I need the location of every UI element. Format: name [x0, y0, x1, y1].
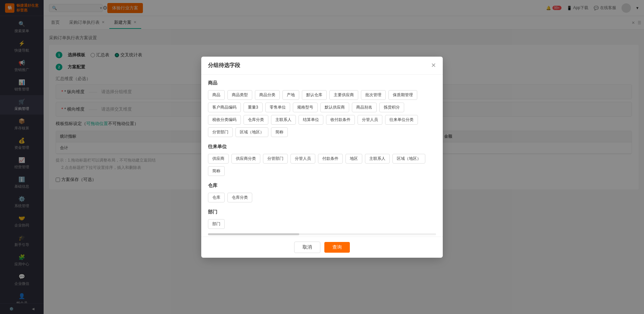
tag-goods-6[interactable]: 批次管理 [361, 90, 386, 100]
tag-goods-21[interactable]: 往来单位分类 [385, 115, 418, 125]
warehouse-tags: 仓库 仓库分类 [208, 193, 436, 202]
section-dept-title: 部门 [208, 209, 436, 215]
tag-partner-1[interactable]: 供应商分类 [231, 154, 260, 164]
partner-tags: 供应商 供应商分类 分管部门 分管人员 付款条件 地区 主联系人 区域（地区） … [208, 154, 436, 176]
tag-goods-22[interactable]: 分管部门 [208, 127, 233, 137]
tag-goods-14[interactable]: 拣货积分 [379, 103, 404, 112]
modal-confirm-button[interactable]: 查询 [324, 242, 350, 253]
modal-horizontal-scrollbar[interactable] [208, 233, 436, 235]
tag-partner-4[interactable]: 付款条件 [318, 154, 343, 164]
tag-goods-18[interactable]: 结算单位 [299, 115, 323, 125]
tag-goods-13[interactable]: 商品别名 [352, 103, 377, 112]
modal-header: 分组待选字段 ✕ [201, 57, 443, 75]
tag-goods-17[interactable]: 主联系人 [271, 115, 296, 125]
tag-goods-11[interactable]: 规格型号 [293, 103, 318, 112]
modal-cancel-button[interactable]: 取消 [294, 242, 320, 253]
tag-partner-8[interactable]: 简称 [208, 166, 225, 176]
tag-goods-15[interactable]: 税收分类编码 [208, 115, 241, 125]
goods-tags: 商品 商品类型 商品分类 产地 默认仓库 主要供应商 批次管理 保质期管理 客户… [208, 90, 436, 137]
modal-title: 分组待选字段 [208, 62, 240, 69]
section-warehouse-title: 仓库 [208, 183, 436, 189]
tag-goods-10[interactable]: 零售单位 [265, 103, 290, 112]
tag-goods-1[interactable]: 商品类型 [227, 90, 252, 100]
tag-goods-20[interactable]: 分管人员 [358, 115, 382, 125]
tag-partner-2[interactable]: 分管部门 [263, 154, 288, 164]
section-dept: 部门 部门 [208, 209, 436, 229]
tag-goods-2[interactable]: 商品分类 [255, 90, 280, 100]
dept-tags: 部门 [208, 219, 436, 229]
modal-footer: 取消 查询 [201, 237, 443, 258]
section-partner: 往来单位 供应商 供应商分类 分管部门 分管人员 付款条件 地区 主联系人 区域… [208, 144, 436, 176]
section-goods-title: 商品 [208, 80, 436, 86]
tag-goods-0[interactable]: 商品 [208, 90, 225, 100]
modal-body[interactable]: 商品 商品 商品类型 商品分类 产地 默认仓库 主要供应商 批次管理 保质期管理… [201, 75, 443, 234]
section-partner-title: 往来单位 [208, 144, 436, 150]
modal-hscroll-thumb [208, 233, 299, 235]
tag-goods-3[interactable]: 产地 [282, 90, 299, 100]
tag-partner-7[interactable]: 区域（地区） [392, 154, 425, 164]
tag-goods-16[interactable]: 仓库分类 [244, 115, 268, 125]
tag-goods-19[interactable]: 收付款条件 [326, 115, 355, 125]
modal-close-button[interactable]: ✕ [431, 62, 436, 68]
tag-goods-8[interactable]: 客户商品编码 [208, 103, 241, 112]
tag-goods-24[interactable]: 简称 [271, 127, 288, 137]
section-goods: 商品 商品 商品类型 商品分类 产地 默认仓库 主要供应商 批次管理 保质期管理… [208, 80, 436, 137]
tag-goods-4[interactable]: 默认仓库 [302, 90, 327, 100]
tag-partner-0[interactable]: 供应商 [208, 154, 229, 164]
tag-goods-7[interactable]: 保质期管理 [388, 90, 417, 100]
section-warehouse: 仓库 仓库 仓库分类 [208, 183, 436, 202]
modal-overlay: 分组待选字段 ✕ 商品 商品 商品类型 商品分类 产地 默认仓库 主要供应商 批… [0, 0, 644, 314]
tag-partner-3[interactable]: 分管人员 [290, 154, 315, 164]
tag-goods-23[interactable]: 区域（地区） [235, 127, 268, 137]
tag-goods-5[interactable]: 主要供应商 [329, 90, 358, 100]
tag-wh-1[interactable]: 仓库分类 [227, 193, 252, 202]
field-select-modal: 分组待选字段 ✕ 商品 商品 商品类型 商品分类 产地 默认仓库 主要供应商 批… [201, 57, 443, 258]
tag-partner-5[interactable]: 地区 [345, 154, 362, 164]
tag-partner-6[interactable]: 主联系人 [365, 154, 390, 164]
tag-wh-0[interactable]: 仓库 [208, 193, 225, 202]
tag-dept-0[interactable]: 部门 [208, 219, 225, 229]
tag-goods-9[interactable]: 重量3 [244, 103, 263, 112]
tag-goods-12[interactable]: 默认供应商 [320, 103, 349, 112]
